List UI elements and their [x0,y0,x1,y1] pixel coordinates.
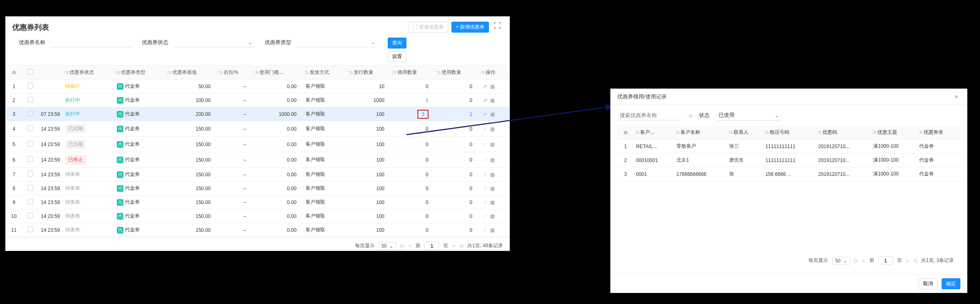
modal-per-page-select[interactable]: 50 ⌄ [832,257,850,265]
row-checkbox[interactable] [27,171,33,177]
table-row[interactable]: 2执行中代代金券100.00--0.00客户领取100010↗▦ [6,93,509,107]
table-row[interactable]: 1114 23:59待发布代代金券150.00--0.00客户领取10000↗▦ [6,223,509,237]
table-row[interactable]: 200010001北京1唐先生111111111112019120710...满… [617,153,960,167]
column-header[interactable]: | ⇅使用门槛... [253,66,303,80]
qrcode-icon[interactable]: ▦ [490,227,495,233]
sort-icon: ⇅ [482,70,485,75]
share-icon[interactable]: ↗ [483,84,487,89]
table-row[interactable]: 914 23:59待发布代代金券150.00--0.00客户领取10000↗▦ [6,195,509,209]
chevron-down-icon: ⌄ [775,112,779,118]
table-row[interactable]: 514 23:59已过期代代金券150.00--0.00客户领取10000↗▦ [6,137,509,152]
gear-icon[interactable]: ⚙ [623,130,628,135]
row-checkbox[interactable] [27,125,33,131]
filter-type-select[interactable]: ⌄ [296,38,378,47]
voucher-icon: 代 [117,171,123,178]
qrcode-icon[interactable]: ▦ [490,84,495,89]
column-header[interactable]: | ⇅优惠码 [816,126,871,140]
distribute-coupon-button[interactable]: ⛶ 发放优惠券 [408,22,448,33]
column-header[interactable]: | ⇅优惠主题 [871,126,917,140]
last-page-icon[interactable]: >| [913,258,917,264]
table-row[interactable]: 1014 23:59待发布代代金券150.00--0.00客户领取10000↗▦ [6,209,509,223]
table-row[interactable]: 3000117666666666张156 6666 ...2019120710.… [617,167,960,181]
modal-search-input[interactable] [617,111,683,120]
qrcode-icon[interactable]: ▦ [490,126,495,132]
table-row[interactable]: 614 23:59已终止代代金券150.00--0.00客户领取10000↗▦ [6,152,509,168]
row-checkbox[interactable] [27,111,33,116]
chevron-down-icon: ⌄ [371,39,375,45]
qrcode-icon[interactable]: ▦ [490,200,495,205]
table-row[interactable]: 414 23:59已过期代代金券150.00--0.00客户领取10000↗▦ [6,121,509,137]
gear-icon[interactable]: ⚙ [12,70,16,75]
row-checkbox[interactable] [27,226,33,232]
per-page-select[interactable]: 50 ⌄ [379,242,396,250]
column-header[interactable]: | ⇅电话号码 [763,126,816,140]
close-icon[interactable]: ✕ [954,94,959,100]
status-badge: 执行中 [65,97,80,104]
qrcode-icon[interactable]: ▦ [490,157,495,163]
column-header[interactable]: | ⇅客户... [634,126,674,140]
last-page-icon[interactable]: >| [459,243,463,249]
filter-name-input[interactable] [50,38,132,47]
modal-page-input[interactable] [878,256,893,265]
first-page-icon[interactable]: |< [854,258,858,264]
modal-status-select[interactable]: 已使用 ⌄ [716,110,781,121]
settings-button[interactable]: 设置 [388,51,406,62]
column-header[interactable]: | ⇅优惠券类型 [114,66,166,80]
row-checkbox[interactable] [27,185,33,191]
page-input[interactable] [424,242,439,250]
column-header[interactable]: | ⇅发行数量 [347,66,391,80]
row-checkbox[interactable] [27,141,33,146]
row-checkbox[interactable] [27,97,33,102]
prev-page-icon[interactable]: < [409,243,411,249]
column-header[interactable]: | ⇅使用数量 [435,66,479,80]
next-page-icon[interactable]: > [906,258,909,264]
column-header[interactable]: | ⇅优惠券状态 [63,66,114,80]
status-badge: 待发布 [65,171,80,178]
share-icon[interactable]: ↗ [483,98,487,103]
column-header[interactable]: | ⇅优惠券面值 [166,66,217,80]
row-checkbox[interactable] [27,199,33,204]
first-page-icon[interactable]: |< [400,243,404,249]
qrcode-icon[interactable]: ▦ [490,213,495,219]
take-count-link[interactable]: 3 [422,111,424,117]
sort-icon: ⇅ [350,70,353,75]
cancel-button[interactable]: 取消 [919,278,938,289]
sort-icon: ⇅ [438,70,441,75]
table-row[interactable]: 814 23:59待发布代代金券150.00--0.00客户领取10000↗▦ [6,182,509,195]
column-header[interactable]: | ⇅发放方式 [303,66,347,80]
row-checkbox[interactable] [27,156,33,162]
next-page-icon[interactable]: > [452,243,455,249]
table-row[interactable]: 714 23:59待发布代代金券150.00--0.00客户领取10000↗▦ [6,168,509,182]
filter-name-label: 优惠券名称 [19,39,45,46]
chevron-down-icon: ⌄ [843,258,847,264]
qrcode-icon[interactable]: ▦ [490,98,495,103]
qrcode-icon[interactable]: ▦ [490,186,495,191]
table-row[interactable]: 307 23:59执行中代代金券200.00--1000.00客户领取10031… [6,107,509,121]
add-coupon-button[interactable]: + 新增优惠券 [451,22,489,33]
row-checkbox[interactable] [27,213,33,218]
qrcode-icon[interactable]: ▦ [490,142,495,147]
ok-button[interactable]: 确定 [942,278,960,289]
table-row[interactable]: 1RETAIL...零散客户张三111111111112019120710...… [617,140,960,153]
row-checkbox[interactable] [27,83,33,89]
use-count-link[interactable]: 1 [469,111,472,117]
qrcode-icon[interactable]: ▦ [490,111,495,117]
expand-icon[interactable]: ⛶ [494,22,501,33]
column-header[interactable]: | ⇅领用数量 [391,66,435,80]
table-row[interactable]: 1待执行代代金券50.00--0.00客户领取1000↗▦ [6,80,509,93]
column-header[interactable]: | ⇅操作 [479,66,509,80]
share-icon: ↗ [483,126,487,132]
filter-status-select[interactable]: ⌄ [173,38,255,47]
prev-page-icon[interactable]: < [862,258,865,264]
share-icon[interactable]: ↗ [483,111,487,117]
search-icon[interactable]: ⌕ [689,112,692,118]
column-header[interactable]: | ⇅优惠券类 [917,126,960,140]
column-header[interactable]: | ⇅联系人 [727,126,763,140]
column-header[interactable]: | ⇅折扣% [217,66,253,80]
take-count-link[interactable]: 1 [426,98,429,103]
select-all-checkbox[interactable] [27,69,33,75]
query-button[interactable]: 查询 [388,38,406,49]
qrcode-icon[interactable]: ▦ [490,172,495,178]
voucher-icon: 代 [117,141,123,148]
column-header[interactable]: | ⇅客户名称 [674,126,727,140]
